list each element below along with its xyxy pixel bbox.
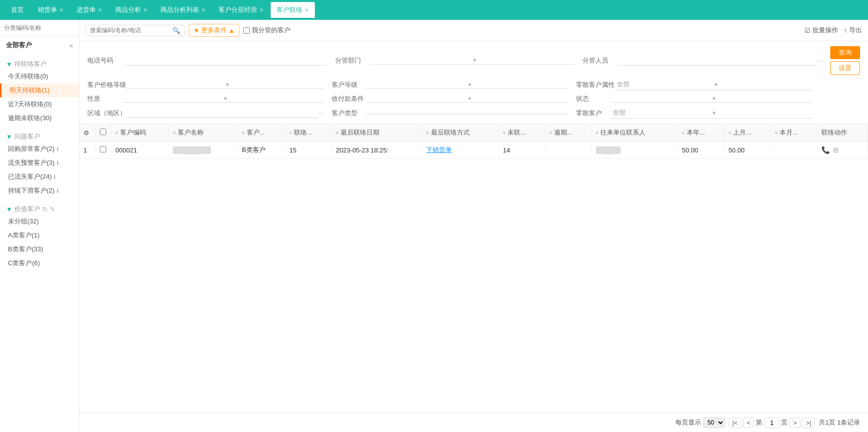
retail-label: 零散客户 xyxy=(576,109,611,118)
select-all-checkbox[interactable] xyxy=(100,129,106,135)
page-size-select[interactable]: 50 xyxy=(703,417,725,428)
payment-label: 收付款条件 xyxy=(332,94,366,103)
pagination-nav: |< < 第 页 > >| xyxy=(729,418,815,428)
nav-tab-customer-tier[interactable]: 客户分层经营 ✕ xyxy=(213,2,270,18)
dept-select[interactable]: ▼ xyxy=(370,57,575,65)
nav-home[interactable]: 首页 xyxy=(4,3,31,16)
col-icon: ≡ xyxy=(116,130,119,136)
sidebar-item-churn-warning[interactable]: 流失预警客户(3) ℹ xyxy=(0,156,79,170)
more-icon[interactable]: ··· xyxy=(318,109,324,117)
customer-type-select[interactable] xyxy=(366,112,568,114)
col-customer-name: ≡ 客户名称 xyxy=(169,124,238,142)
next-page-button[interactable]: > xyxy=(790,418,800,428)
close-icon[interactable]: ✕ xyxy=(259,7,264,13)
nav-tab-product-analysis-list[interactable]: 商品分析列表 ✕ xyxy=(154,2,212,18)
retail-attr-select[interactable]: 全部 ▼ xyxy=(615,79,812,90)
area-label: 区域（地区） xyxy=(87,109,126,118)
my-customers-checkbox[interactable] xyxy=(243,27,250,34)
sidebar-item-declining[interactable]: 持续下滑客户(2) ℹ xyxy=(0,184,79,198)
sidebar-item-today[interactable]: 今天待联络(0) xyxy=(0,70,79,83)
status-label: 状态 xyxy=(576,94,611,103)
row-contacts-person: ██ xyxy=(591,142,678,159)
sidebar-search-input[interactable] xyxy=(4,24,78,31)
page-number-input[interactable] xyxy=(764,418,779,428)
nav-tab-product-analysis[interactable]: 商品分析 ✕ xyxy=(109,2,153,18)
row-contact: 15 xyxy=(285,142,332,159)
refresh-icon[interactable]: ↻ xyxy=(42,206,48,213)
grid-action-icon[interactable]: ⊞ xyxy=(833,146,839,154)
first-page-button[interactable]: |< xyxy=(729,418,741,428)
area-input[interactable] xyxy=(126,108,318,118)
col-icon: ≡ xyxy=(503,130,506,136)
chevron-down-icon: ▼ xyxy=(712,96,810,101)
filter-more-conditions[interactable]: ▼ 更多条件 ▲ xyxy=(189,24,239,37)
retail-select[interactable]: 全部 ▼ xyxy=(611,107,812,119)
filter-search-input[interactable] xyxy=(90,27,170,34)
sidebar-item-ungrouped[interactable]: 未分组(32) xyxy=(0,215,79,228)
action-icons-group: 📞 ⊞ xyxy=(821,146,864,154)
settings-button[interactable]: 设置 xyxy=(830,61,860,75)
sidebar-item-churned[interactable]: 已流失客户(24) ℹ xyxy=(0,170,79,184)
sidebar-item-repurchase-anomaly[interactable]: 回购异常客户(2) ℹ xyxy=(0,142,79,156)
row-index: 1 xyxy=(79,142,95,159)
top-navigation: 首页 销货单 ✕ 进货单 ✕ 商品分析 ✕ 商品分析列表 ✕ 客户分层经营 ✕ … xyxy=(0,0,868,20)
col-icon: ≡ xyxy=(549,130,552,136)
close-icon[interactable]: ✕ xyxy=(59,7,64,13)
close-icon[interactable]: ✕ xyxy=(98,7,102,13)
col-settings[interactable]: ⚙ xyxy=(79,124,95,142)
col-icon: ≡ xyxy=(728,130,731,136)
chevron-down-icon: ▼ xyxy=(467,96,566,101)
customer-level-label: 客户等级 xyxy=(332,80,366,89)
close-icon[interactable]: ✕ xyxy=(143,7,147,13)
row-customer-type: B类客户 xyxy=(238,142,286,159)
sidebar-item-c-class[interactable]: C类客户(6) xyxy=(0,256,79,270)
prev-page-button[interactable]: < xyxy=(743,418,754,428)
chevron-down-icon: ▼ xyxy=(472,58,573,63)
export-button[interactable]: ↑ 导出 xyxy=(844,26,863,35)
col-checkbox[interactable] xyxy=(95,124,111,142)
nav-tab-purchase[interactable]: 进货单 ✕ xyxy=(71,2,108,18)
sidebar-item-overdue[interactable]: 逾期未联络(30) xyxy=(0,111,79,125)
row-checkbox[interactable] xyxy=(95,142,111,159)
last-page-button[interactable]: >| xyxy=(802,418,815,428)
customer-level-field: 客户等级 ▼ xyxy=(332,80,568,89)
close-icon[interactable]: ✕ xyxy=(304,7,309,13)
retail-attr-label: 零散客户属性 xyxy=(576,80,615,89)
nav-tab-customer-contact[interactable]: 客户联络 ✕ xyxy=(271,2,315,18)
col-overdue: ≡ 逾期... xyxy=(545,124,592,142)
settings-icon[interactable]: ⚙ xyxy=(83,129,89,137)
price-level-select[interactable]: ▼ xyxy=(126,81,324,89)
adv-filter-row-4: 区域（地区） ··· 客户类型 零散客户 全部 ▼ xyxy=(87,107,860,119)
col-last-month: ≡ 上月... xyxy=(724,124,771,142)
nature-select[interactable]: ▼ xyxy=(122,95,324,103)
row-select-checkbox[interactable] xyxy=(100,146,106,152)
my-customers-filter[interactable]: 我分管的客户 xyxy=(243,26,290,35)
contact-method-link[interactable]: 下销货单 xyxy=(426,146,452,153)
search-icon[interactable]: 🔍 xyxy=(172,27,180,34)
manager-input[interactable] xyxy=(617,56,817,66)
sidebar-item-7days[interactable]: 近7天待联络(0) xyxy=(0,97,79,111)
col-customer-code: ≡ 客户编码 xyxy=(111,124,169,142)
status-select[interactable]: ▼ xyxy=(611,95,812,103)
payment-select[interactable]: ▼ xyxy=(366,95,568,103)
col-contacts-person: ≡ 往来单位联系人 xyxy=(591,124,678,142)
nav-tab-sales[interactable]: 销货单 ✕ xyxy=(32,2,70,18)
phone-action-icon[interactable]: 📞 xyxy=(821,146,830,154)
phone-input[interactable] xyxy=(122,56,327,66)
close-icon[interactable]: ✕ xyxy=(201,7,206,13)
edit-icon[interactable]: ✎ xyxy=(50,206,55,213)
col-actions: 联络动作 xyxy=(817,124,868,142)
more-icon[interactable]: ··· xyxy=(817,57,822,65)
content-area: 🔍 ▼ 更多条件 ▲ 我分管的客户 ☑ 批量操作 ↑ 导出 xyxy=(79,20,868,432)
sidebar-item-b-class[interactable]: B类客户(33) xyxy=(0,242,79,256)
sidebar-group-title-value: ▼ 价值客户 ↻ ✎ xyxy=(0,202,79,215)
sidebar-item-a-class[interactable]: A类客户(1) xyxy=(0,228,79,242)
customer-table: ⚙ ≡ 客户编码 ≡ 客户名称 xyxy=(79,124,868,159)
filter-search-box[interactable]: 🔍 xyxy=(85,25,185,36)
customer-level-select[interactable]: ▼ xyxy=(366,81,568,89)
batch-operations-button[interactable]: ☑ 批量操作 xyxy=(804,26,838,35)
sidebar-item-tomorrow[interactable]: 明天待联络(1) xyxy=(0,83,79,97)
row-last-contact-method[interactable]: 下销货单 xyxy=(422,142,499,159)
query-button[interactable]: 查询 xyxy=(830,46,860,59)
sidebar-all-customers[interactable]: 全部客户 « xyxy=(0,38,79,53)
